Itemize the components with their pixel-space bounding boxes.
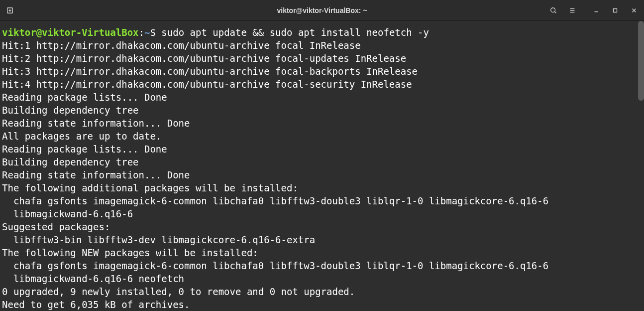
output-line: libfftw3-bin libfftw3-dev libmagickcore-… — [2, 234, 315, 245]
maximize-icon[interactable] — [611, 6, 619, 14]
output-line: Reading state information... Done — [2, 169, 190, 180]
output-line: Building dependency tree — [2, 156, 139, 167]
svg-rect-9 — [614, 8, 617, 12]
prompt-user-host: viktor@viktor-VirtualBox — [2, 27, 139, 38]
close-icon[interactable] — [630, 6, 638, 14]
output-line: libmagickwand-6.q16-6 neofetch — [2, 273, 184, 284]
search-icon[interactable] — [549, 6, 557, 14]
output-line: Building dependency tree — [2, 105, 139, 116]
svg-line-4 — [555, 11, 556, 13]
output-line: The following additional packages will b… — [2, 182, 298, 193]
output-line: The following NEW packages will be insta… — [2, 247, 258, 258]
output-line: libmagickwand-6.q16-6 — [2, 208, 133, 219]
output-line: Hit:4 http://mirror.dhakacom.com/ubuntu-… — [2, 79, 412, 90]
output-line: Suggested packages: — [2, 221, 110, 232]
window-title: viktor@viktor-VirtualBox: ~ — [277, 6, 367, 14]
output-line: Hit:2 http://mirror.dhakacom.com/ubuntu-… — [2, 53, 406, 64]
prompt-path: ~ — [144, 27, 150, 38]
new-tab-icon[interactable] — [6, 6, 14, 14]
output-line: Reading state information... Done — [2, 118, 190, 129]
minimize-icon[interactable] — [592, 6, 600, 14]
svg-point-3 — [551, 7, 555, 12]
output-line: Hit:1 http://mirror.dhakacom.com/ubuntu-… — [2, 40, 361, 51]
output-line: chafa gsfonts imagemagick-6-common libch… — [2, 195, 548, 206]
command-text: sudo apt update && sudo apt install neof… — [161, 27, 429, 38]
output-line: 0 upgraded, 9 newly installed, 0 to remo… — [2, 286, 355, 297]
terminal-output-area[interactable]: viktor@viktor-VirtualBox:~$ sudo apt upd… — [0, 21, 644, 311]
menu-icon[interactable] — [568, 6, 576, 14]
prompt-symbol: $ — [150, 27, 161, 38]
window-titlebar: viktor@viktor-VirtualBox: ~ — [0, 0, 644, 21]
output-line: Reading package lists... Done — [2, 144, 167, 155]
prompt-colon: : — [139, 27, 144, 38]
output-line: Hit:3 http://mirror.dhakacom.com/ubuntu-… — [2, 66, 418, 77]
output-line: All packages are up to date. — [2, 131, 161, 142]
scrollbar-thumb[interactable] — [638, 21, 644, 101]
output-line: Need to get 6,035 kB of archives. — [2, 299, 190, 310]
output-line: Reading package lists... Done — [2, 92, 167, 103]
output-line: chafa gsfonts imagemagick-6-common libch… — [2, 260, 548, 271]
